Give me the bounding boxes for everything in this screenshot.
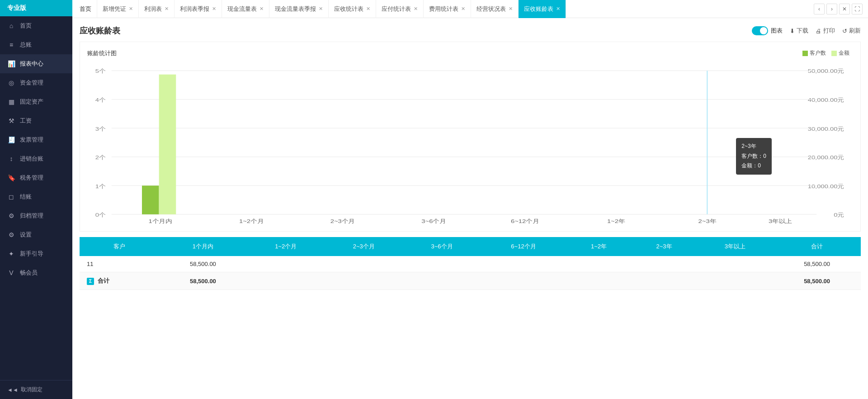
svg-text:1~2年: 1~2年: [607, 218, 625, 224]
tab-close[interactable]: ✕: [212, 6, 216, 12]
bar-amount-m1: [159, 75, 176, 214]
tab-close[interactable]: ✕: [414, 6, 418, 12]
tab-prev-button[interactable]: ‹: [814, 4, 825, 14]
svg-text:40,000.00元: 40,000.00元: [808, 97, 844, 103]
tab-business-status[interactable]: 经营状况表 ✕: [471, 0, 519, 18]
sidebar-item-invoice[interactable]: 🧾 发票管理: [0, 130, 72, 149]
total-row: Σ 合计 58,500.00 58,500.00: [80, 272, 861, 290]
tab-expand-button[interactable]: ⛶: [852, 4, 863, 14]
tab-label: 新增凭证: [103, 5, 126, 13]
cell-y23: [632, 256, 697, 272]
salary-icon: ⚒: [7, 117, 15, 124]
svg-text:5个: 5个: [95, 68, 106, 74]
tab-close[interactable]: ✕: [366, 6, 370, 12]
assets-icon: ▦: [7, 98, 15, 105]
sidebar-item-vip[interactable]: V 畅会员: [0, 263, 72, 282]
svg-text:2~3个月: 2~3个月: [330, 218, 355, 224]
tab-profit[interactable]: 利润表 ✕: [139, 0, 175, 18]
sales-icon: ↕: [7, 155, 15, 162]
total-y23: [632, 272, 697, 290]
sidebar-item-settings[interactable]: ⚙ 设置: [0, 225, 72, 244]
tab-payable-stats[interactable]: 应付统计表 ✕: [376, 0, 424, 18]
tab-close-all-button[interactable]: ✕: [839, 4, 850, 14]
home-icon: ⌂: [7, 22, 15, 29]
svg-text:2~3年: 2~3年: [698, 218, 717, 224]
print-button[interactable]: 🖨 打印: [816, 27, 835, 35]
tab-expense-stats[interactable]: 费用统计表 ✕: [424, 0, 471, 18]
table-row: 11 58,500.00 58,500.00: [80, 256, 861, 272]
page-content: 应收账龄表 图表 ⬇ 下载 🖨 打印 ↺ 刷新: [72, 18, 868, 399]
tab-profit-quarterly[interactable]: 利润表季报 ✕: [175, 0, 222, 18]
funds-icon: ◎: [7, 79, 15, 86]
sidebar-item-archive[interactable]: ⚙ 归档管理: [0, 206, 72, 225]
cell-customer: 11: [80, 256, 159, 272]
tab-close[interactable]: ✕: [129, 6, 133, 12]
total-m612: [481, 272, 566, 290]
page-header: 应收账龄表 图表 ⬇ 下载 🖨 打印 ↺ 刷新: [80, 25, 861, 36]
tab-close[interactable]: ✕: [259, 6, 264, 12]
sidebar-item-label: 新手引导: [20, 250, 43, 258]
tab-close[interactable]: ✕: [556, 6, 560, 12]
print-label: 打印: [823, 27, 835, 35]
col-customer: 客户: [80, 237, 159, 256]
download-label: 下载: [797, 27, 808, 35]
settings-icon: ⚙: [7, 231, 15, 238]
tab-cashflow[interactable]: 现金流量表 ✕: [222, 0, 269, 18]
invoice-icon: 🧾: [7, 136, 15, 143]
sidebar-item-label: 总账: [20, 41, 32, 49]
tab-receivable-stats[interactable]: 应收统计表 ✕: [329, 0, 376, 18]
tab-label: 应收账龄表: [524, 5, 553, 13]
legend-customer-dot: [802, 51, 808, 56]
chart-container: 0个 1个 2个 3个 4个 5个 0元 10,000.00元 20,000.0…: [87, 61, 853, 224]
refresh-button[interactable]: ↺ 刷新: [842, 27, 861, 35]
tab-label: 利润表: [144, 5, 162, 13]
sidebar-item-guide[interactable]: ✦ 新手引导: [0, 244, 72, 263]
sidebar-item-ledger[interactable]: ≡ 总账: [0, 35, 72, 54]
sidebar-item-settle[interactable]: ◻ 结账: [0, 187, 72, 206]
tab-close[interactable]: ✕: [319, 6, 323, 12]
tab-label: 现金流量表季报: [275, 5, 316, 13]
tab-home[interactable]: 首页: [74, 0, 97, 18]
tab-close[interactable]: ✕: [165, 6, 169, 12]
unpin-icon: ◄◄: [7, 387, 18, 393]
tab-cashflow-quarterly[interactable]: 现金流量表季报 ✕: [269, 0, 329, 18]
tab-new-voucher[interactable]: 新增凭证 ✕: [97, 0, 139, 18]
chart-toggle[interactable]: [752, 26, 768, 35]
tab-receivable-aging[interactable]: 应收账龄表 ✕: [519, 0, 566, 18]
sidebar-item-assets[interactable]: ▦ 固定资产: [0, 92, 72, 111]
col-y23: 2~3年: [632, 237, 697, 256]
chart-area: 账龄统计图 客户数 金额 0个 1个 2个 3个 4个: [80, 42, 861, 232]
unpin-button[interactable]: ◄◄ 取消固定: [0, 380, 72, 399]
app-logo: 专业版: [0, 0, 72, 16]
total-m23: [325, 272, 403, 290]
sidebar-item-tax[interactable]: 🔖 税务管理: [0, 168, 72, 187]
svg-text:1个: 1个: [95, 183, 106, 189]
tab-next-button[interactable]: ›: [826, 4, 837, 14]
reports-icon: 📊: [7, 60, 15, 67]
sidebar-item-home[interactable]: ⌂ 首页: [0, 16, 72, 35]
legend-customer-label: 客户数: [810, 49, 826, 57]
tab-close[interactable]: ✕: [509, 6, 513, 12]
cell-m612: [481, 256, 566, 272]
refresh-icon: ↺: [842, 28, 847, 34]
main-area: 首页 新增凭证 ✕ 利润表 ✕ 利润表季报 ✕ 现金流量表 ✕ 现金流量表季报 …: [72, 0, 868, 399]
svg-text:6~12个月: 6~12个月: [511, 218, 539, 224]
sidebar-item-reports[interactable]: 📊 报表中心: [0, 54, 72, 73]
total-label: Σ 合计: [80, 272, 159, 290]
table-header-row: 客户 1个月内 1~2个月 2~3个月 3~6个月 6~12个月 1~2年 2~…: [80, 237, 861, 256]
sidebar-item-label: 畅会员: [20, 269, 38, 277]
sidebar-item-label: 设置: [20, 231, 32, 239]
cell-m1: 58,500.00: [159, 256, 247, 272]
svg-text:1~2个月: 1~2个月: [239, 218, 264, 224]
sidebar-item-funds[interactable]: ◎ 资金管理: [0, 73, 72, 92]
sidebar-item-sales[interactable]: ↕ 进销台账: [0, 149, 72, 168]
guide-icon: ✦: [7, 250, 15, 257]
tab-label: 应收统计表: [334, 5, 363, 13]
download-button[interactable]: ⬇ 下载: [790, 27, 808, 35]
cell-m36: [403, 256, 481, 272]
vip-icon: V: [7, 269, 15, 276]
tab-close[interactable]: ✕: [461, 6, 465, 12]
sidebar-item-salary[interactable]: ⚒ 工资: [0, 111, 72, 130]
cell-y12: [566, 256, 632, 272]
svg-text:4个: 4个: [95, 97, 106, 103]
